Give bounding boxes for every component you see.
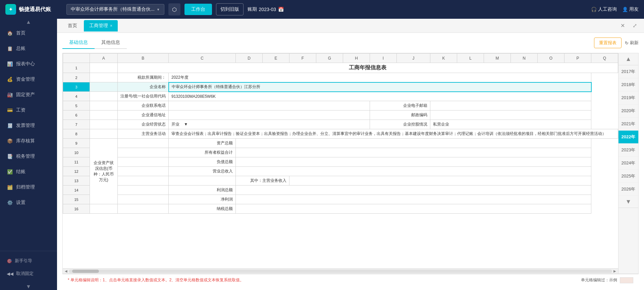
period-display: 账期 2023-03 📅 <box>248 6 284 12</box>
year-panel-down[interactable]: ▼ <box>619 196 638 208</box>
calendar-icon[interactable]: 📅 <box>278 7 284 12</box>
cell-13-f[interactable] <box>289 176 591 186</box>
cell-16-d[interactable] <box>236 204 591 214</box>
sidebar-item-ledger[interactable]: 📋 总账 <box>0 41 57 56</box>
year-item-2017[interactable]: 2017年 <box>619 65 638 78</box>
year-item-2021[interactable]: 2021年 <box>619 118 638 131</box>
consult-button[interactable]: 🎧 人工咨询 <box>591 6 617 12</box>
year-item-2020[interactable]: 2020年 <box>619 104 638 118</box>
sidebar-scroll-up[interactable]: ▲ <box>0 19 57 25</box>
horizontal-scrollbar[interactable]: ◀ ▶ <box>63 268 618 274</box>
sidebar-item-tax[interactable]: 📑 税务管理 <box>0 149 57 164</box>
cell-2-c[interactable]: 2022年度 <box>169 73 591 82</box>
year-item-2018[interactable]: 2018年 <box>619 78 638 91</box>
company-info-icon[interactable]: ⬡ <box>168 3 180 15</box>
year-item-2022[interactable]: 2022年 <box>619 131 638 144</box>
col-l: L <box>457 54 484 63</box>
tab-close-icon[interactable]: × <box>110 23 112 28</box>
cell-1-a[interactable] <box>90 63 118 73</box>
sub-tab-basic[interactable]: 基础信息 <box>62 37 95 49</box>
sidebar-item-archive[interactable]: 🗂️ 归档管理 <box>0 179 57 195</box>
cell-12-b[interactable] <box>117 167 168 176</box>
year-item-2019[interactable]: 2019年 <box>619 91 638 104</box>
cell-4-a[interactable] <box>90 92 118 101</box>
sidebar-item-fund[interactable]: 💰 资金管理 <box>0 72 57 87</box>
cell-10-b[interactable] <box>117 148 168 157</box>
cell-4-c[interactable]: 91320100MA208E5W6K <box>169 92 591 101</box>
sidebar-label-inventory: 库存核算 <box>16 138 35 144</box>
sidebar-item-invoice[interactable]: 🧾 发票管理 <box>0 118 57 133</box>
sidebar-label-archive: 归档管理 <box>16 184 35 190</box>
sidebar-item-inventory[interactable]: 📦 库存核算 <box>0 133 57 149</box>
scroll-track[interactable] <box>69 270 612 273</box>
tab-expand-button[interactable]: ⤢ <box>631 22 639 30</box>
cell-13-c[interactable] <box>169 176 236 186</box>
cell-7-q[interactable]: 私营企业 <box>430 120 591 129</box>
asset-icon: 🏭 <box>7 92 13 98</box>
sidebar-label-tax: 税务管理 <box>16 153 35 159</box>
cell-2-a[interactable] <box>90 73 118 82</box>
cell-5-c[interactable] <box>169 101 370 111</box>
sidebar-label-home: 首页 <box>16 30 25 36</box>
spreadsheet-scroll-area[interactable]: A B C D E F G H I J <box>63 53 618 268</box>
cell-16-a[interactable] <box>90 204 118 214</box>
cell-14-b[interactable] <box>117 186 168 195</box>
cell-6-a[interactable] <box>90 111 118 120</box>
cell-10-d[interactable] <box>236 148 591 157</box>
user-area[interactable]: 👤 用友 <box>622 6 639 12</box>
refresh-button[interactable]: ↻ 刷新 <box>625 40 639 46</box>
sidebar-item-salary[interactable]: 💳 工资 <box>0 102 57 118</box>
cell-8-a[interactable] <box>90 129 118 139</box>
sidebar-scroll-down[interactable]: ▼ <box>0 283 57 290</box>
sidebar-item-asset[interactable]: 🏭 固定资产 <box>0 87 57 102</box>
cell-11-b[interactable] <box>117 157 168 167</box>
sidebar-newbie-guide[interactable]: 🎯 新手引导 <box>0 255 57 267</box>
scroll-right-arrow[interactable]: ▶ <box>612 269 618 274</box>
cell-11-d[interactable] <box>236 157 591 167</box>
sidebar-item-settings[interactable]: ⚙️ 设置 <box>0 195 57 210</box>
cell-15-d[interactable] <box>236 195 591 204</box>
cell-12-d[interactable] <box>236 167 591 176</box>
cell-6-k[interactable] <box>430 111 591 120</box>
cell-16-b[interactable] <box>117 204 168 214</box>
table-row: 16 纳税总额 <box>63 204 618 214</box>
year-item-2025[interactable]: 2025年 <box>619 170 638 183</box>
tab-home-label: 首页 <box>68 23 77 29</box>
cell-13-b[interactable] <box>117 176 168 186</box>
cell-15-b[interactable] <box>117 195 168 204</box>
salary-icon: 💳 <box>7 107 13 113</box>
cell-9-d[interactable] <box>236 139 591 148</box>
sidebar-unpin[interactable]: ◀◀ 取消固定 <box>0 267 57 280</box>
tab-close-button[interactable]: ✕ <box>619 22 627 30</box>
company-selector[interactable]: 中审众环会计师事务所（特殊普通合伙... ▼ <box>66 4 164 15</box>
sub-tab-other[interactable]: 其他信息 <box>95 37 127 49</box>
cell-9-b[interactable] <box>117 139 168 148</box>
tab-home[interactable]: 首页 <box>62 20 83 31</box>
sidebar-item-home[interactable]: 🏠 首页 <box>0 25 57 41</box>
cell-7-c[interactable]: 开业 ▼ <box>169 120 370 129</box>
cell-8-c[interactable]: 审查企业会计报表；出具审计报告；验证企业资本；出具验资报告；办理企业合并、分立、… <box>169 129 618 139</box>
old-version-button[interactable]: 切到旧版 <box>216 3 244 15</box>
cell-14-d[interactable] <box>236 186 591 195</box>
cell-5-a[interactable] <box>90 101 118 111</box>
year-item-2024[interactable]: 2024年 <box>619 157 638 170</box>
scroll-left-arrow[interactable]: ◀ <box>63 269 69 274</box>
cell-7-a[interactable] <box>90 120 118 129</box>
cell-3-c[interactable]: 中审众环会计师事务所（特殊普通合伙）江苏分所 <box>169 82 591 92</box>
scroll-thumb[interactable] <box>72 270 99 273</box>
sidebar-item-closing[interactable]: ✅ 结账 <box>0 164 57 179</box>
col-a: A <box>90 54 118 63</box>
tab-commerce[interactable]: 工商管理 × <box>84 20 118 31</box>
cell-6-c[interactable] <box>169 111 370 120</box>
year-item-2026[interactable]: 2026年 <box>619 183 638 196</box>
cell-5-k[interactable] <box>430 101 591 111</box>
year-panel-up[interactable]: ▲ <box>619 53 638 65</box>
table-row: 14 利润总额 <box>63 186 618 195</box>
status-hint: * 单元格编辑说明：1、点击单元格直接录入数值或文本。2、清空单元格数值或文本恢… <box>68 277 244 283</box>
year-item-2023[interactable]: 2023年 <box>619 144 638 157</box>
workbench-button[interactable]: 工作台 <box>184 4 212 15</box>
reset-report-button[interactable]: 重置报表 <box>594 38 622 48</box>
cell-3-a[interactable] <box>90 82 118 92</box>
inventory-icon: 📦 <box>7 138 13 144</box>
sidebar-item-report[interactable]: 📊 报表中心 <box>0 56 57 72</box>
